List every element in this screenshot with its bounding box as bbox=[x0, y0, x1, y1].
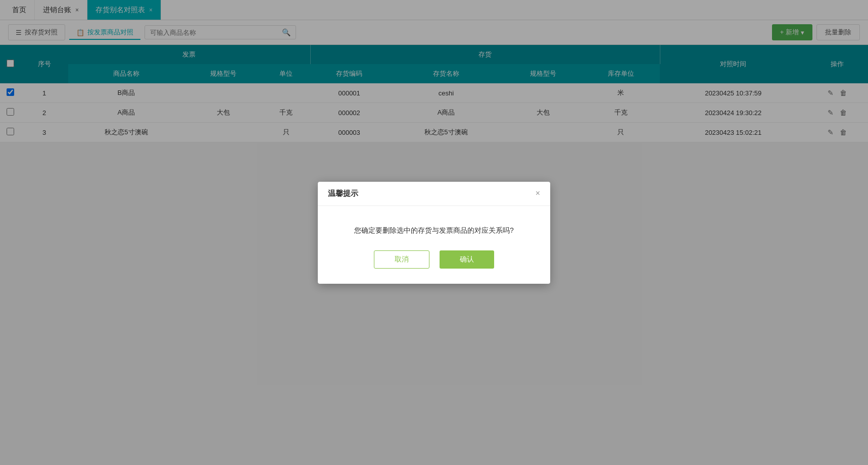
dialog-overlay: 温馨提示 × 您确定要删除选中的存货与发票商品的对应关系吗? 取消 确认 bbox=[0, 0, 868, 142]
